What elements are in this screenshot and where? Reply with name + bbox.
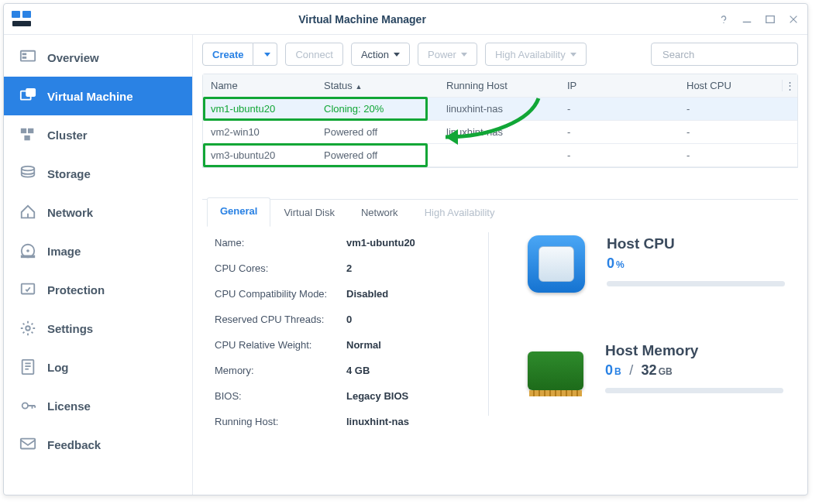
col-cpu[interactable]: Host CPU <box>687 80 782 91</box>
sidebar-item-network[interactable]: Network <box>4 193 192 231</box>
vm-table: Name Status ▲ Running Host IP Host CPU ⋮… <box>202 74 798 168</box>
power-button[interactable]: Power <box>418 43 477 66</box>
svg-rect-15 <box>28 129 33 133</box>
cluster-icon <box>19 126 36 143</box>
col-host[interactable]: Running Host <box>446 80 567 91</box>
sidebar-item-label: Overview <box>47 51 99 64</box>
sidebar: Overview Virtual Machine Cluster Storage… <box>4 35 193 495</box>
image-icon <box>19 242 36 259</box>
high-availability-button[interactable]: High Availability <box>485 43 587 66</box>
sidebar-item-log[interactable]: Log <box>4 348 192 386</box>
sidebar-item-image[interactable]: Image <box>4 231 192 270</box>
svg-point-20 <box>26 249 29 252</box>
settings-icon <box>19 320 36 337</box>
create-button[interactable]: Create <box>202 43 253 66</box>
svg-rect-32 <box>21 439 35 449</box>
title-bar: Virtual Machine Manager <box>4 4 807 35</box>
tab-virtual-disk[interactable]: Virtual Disk <box>270 199 348 227</box>
table-row[interactable]: vm3-ubuntu20 Powered off - - <box>203 144 797 167</box>
search-box[interactable] <box>651 43 798 66</box>
sidebar-item-label: Storage <box>47 167 91 180</box>
window-title: Virtual Machine Manager <box>7 13 717 26</box>
log-icon <box>19 358 36 375</box>
minimize-button[interactable] <box>741 13 753 26</box>
help-button[interactable] <box>717 13 730 26</box>
svg-rect-16 <box>24 135 29 140</box>
svg-rect-21 <box>21 255 35 259</box>
action-button[interactable]: Action <box>351 43 410 66</box>
network-icon <box>19 204 36 221</box>
svg-rect-8 <box>21 51 35 61</box>
close-button[interactable] <box>787 13 800 26</box>
sidebar-item-label: Image <box>47 245 81 258</box>
sidebar-item-cluster[interactable]: Cluster <box>4 115 192 154</box>
sidebar-item-label: Feedback <box>47 438 101 451</box>
col-status[interactable]: Status ▲ <box>324 80 446 91</box>
connect-button[interactable]: Connect <box>285 43 342 66</box>
svg-rect-5 <box>766 15 775 22</box>
svg-rect-10 <box>22 57 27 59</box>
tab-general[interactable]: General <box>207 197 270 227</box>
table-row[interactable]: vm2-win10 Powered off linuxhint-nas - - <box>203 121 797 144</box>
create-dropdown[interactable] <box>253 43 277 66</box>
sidebar-item-label: Log <box>47 361 69 374</box>
col-ip[interactable]: IP <box>567 80 687 91</box>
feedback-icon <box>19 436 36 453</box>
sidebar-item-overview[interactable]: Overview <box>4 38 192 77</box>
overview-icon <box>19 49 36 66</box>
svg-rect-22 <box>22 284 35 294</box>
metric-host-memory: Host Memory 0B / 32GB <box>528 342 798 412</box>
sidebar-item-label: License <box>47 399 91 413</box>
col-more[interactable]: ⋮ <box>782 80 797 91</box>
col-name[interactable]: Name <box>203 80 324 91</box>
svg-rect-12 <box>26 89 35 96</box>
search-input[interactable] <box>662 49 793 60</box>
app-window: Virtual Machine Manager Overview Virtual… <box>3 3 808 495</box>
metric-host-cpu: Host CPU 0% <box>528 235 798 305</box>
tab-high-availability[interactable]: High Availability <box>411 199 508 227</box>
details-panel: General Virtual Disk Network High Availa… <box>202 199 798 416</box>
protection-icon <box>19 281 36 298</box>
details-metrics: Host CPU 0% Host Memory 0B <box>489 232 798 416</box>
table-header: Name Status ▲ Running Host IP Host CPU ⋮ <box>203 74 797 98</box>
sidebar-item-label: Settings <box>47 322 93 335</box>
maximize-button[interactable] <box>764 13 776 26</box>
sidebar-item-storage[interactable]: Storage <box>4 154 192 193</box>
cpu-icon <box>528 235 585 293</box>
svg-point-23 <box>26 326 30 331</box>
sidebar-item-feedback[interactable]: Feedback <box>4 425 192 464</box>
sidebar-item-settings[interactable]: Settings <box>4 309 192 348</box>
window-controls <box>717 13 800 26</box>
details-properties: Name:vm1-ubuntu20 CPU Cores:2 CPU Compat… <box>202 232 489 416</box>
svg-point-17 <box>22 166 35 171</box>
virtual-machine-icon <box>19 87 36 105</box>
sidebar-item-label: Protection <box>47 283 105 297</box>
svg-rect-9 <box>22 53 27 56</box>
sidebar-item-license[interactable]: License <box>4 386 192 425</box>
table-row[interactable]: vm1-ubuntu20 Cloning: 20% linuxhint-nas … <box>203 98 797 121</box>
storage-icon <box>19 165 36 182</box>
sidebar-item-label: Cluster <box>47 129 88 142</box>
sidebar-item-virtual-machine[interactable]: Virtual Machine <box>4 77 192 115</box>
sidebar-item-label: Network <box>47 206 93 219</box>
sidebar-item-protection[interactable]: Protection <box>4 270 192 309</box>
svg-point-3 <box>723 22 724 22</box>
svg-rect-14 <box>21 129 26 133</box>
license-icon <box>19 397 36 414</box>
memory-icon <box>528 351 583 390</box>
svg-point-28 <box>22 403 28 408</box>
toolbar: Create Connect Action Power High Availab… <box>193 35 807 74</box>
sidebar-item-label: Virtual Machine <box>47 90 133 103</box>
tab-network[interactable]: Network <box>348 199 411 227</box>
main-panel: Create Connect Action Power High Availab… <box>193 35 807 495</box>
details-tabs: General Virtual Disk Network High Availa… <box>207 199 508 227</box>
